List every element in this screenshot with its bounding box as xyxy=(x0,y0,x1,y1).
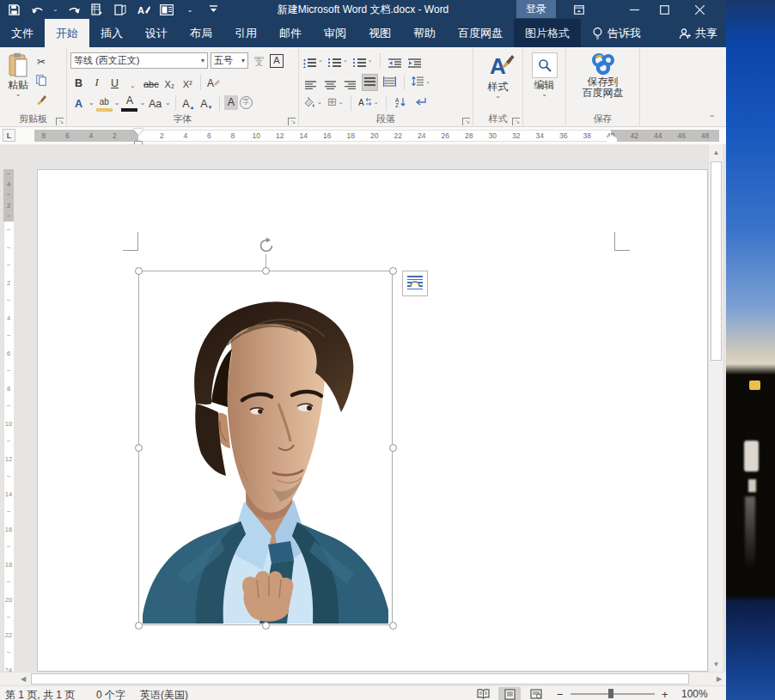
align-left-button[interactable] xyxy=(302,74,319,91)
tab-share[interactable]: 共享 xyxy=(668,19,729,47)
distribute-button[interactable] xyxy=(381,74,398,91)
undo-dropdown-icon[interactable]: ⌄ xyxy=(52,3,58,16)
tab-baidu-pan[interactable]: 百度网盘 xyxy=(447,19,514,47)
resize-handle-bottommid[interactable] xyxy=(262,622,270,630)
paste-button[interactable]: 粘贴 ⌄ xyxy=(3,51,33,107)
resize-handle-midright[interactable] xyxy=(389,444,397,452)
shading-bucket-button[interactable]: ⌄ xyxy=(302,94,323,112)
superscript-button[interactable]: X² xyxy=(180,74,196,91)
font-color-button[interactable]: A xyxy=(121,94,137,112)
redo-icon[interactable] xyxy=(66,3,82,16)
bullets-button[interactable]: ⌄ xyxy=(302,52,324,70)
character-border-button[interactable]: A xyxy=(270,54,284,68)
rotation-handle[interactable] xyxy=(258,237,275,254)
minimize-button[interactable] xyxy=(620,0,648,19)
multilevel-list-button[interactable]: ⌄ xyxy=(352,52,374,70)
save-icon[interactable] xyxy=(6,3,21,16)
styles-button[interactable]: A 样式 ⌄ xyxy=(477,51,519,100)
highlight-dropdown[interactable]: ⌄ xyxy=(114,100,120,106)
change-case-dropdown[interactable]: ⌄ xyxy=(165,100,171,106)
clipboard-dialog-launcher[interactable]: ↘ xyxy=(56,118,64,125)
underline-button[interactable]: U xyxy=(107,74,123,91)
read-mode-button[interactable] xyxy=(472,687,494,700)
borders-button[interactable]: ⊞⌄ xyxy=(326,94,345,112)
pinyin-guide-button[interactable]: wén 文 xyxy=(251,52,267,70)
scroll-right-icon[interactable]: ▶ xyxy=(713,673,725,685)
numbering-button[interactable]: ⌄ xyxy=(327,52,349,70)
page-tool-icon[interactable] xyxy=(113,3,128,16)
tab-view[interactable]: 视图 xyxy=(357,19,402,47)
sort-button[interactable]: AZ xyxy=(393,94,409,112)
save-to-baidu-button[interactable]: 保存到百度网盘 xyxy=(570,51,636,100)
line-spacing-button[interactable]: ⌄ xyxy=(411,74,431,91)
italic-button[interactable]: I xyxy=(88,74,105,91)
scroll-down-icon[interactable]: ▼ xyxy=(710,658,723,670)
resize-handle-bottomleft[interactable] xyxy=(135,622,143,630)
cut-icon[interactable]: ✂ xyxy=(33,53,50,70)
customize-qat-icon[interactable] xyxy=(205,3,221,16)
editing-button[interactable]: 编辑 ⌄ xyxy=(527,51,562,99)
vertical-scrollbar[interactable]: ▲ ▼ xyxy=(708,144,723,672)
underline-dropdown[interactable]: ⌄ xyxy=(125,74,141,91)
tab-references[interactable]: 引用 xyxy=(223,19,268,47)
shrink-font-button[interactable]: A▼ xyxy=(198,94,215,112)
highlight-button[interactable]: ab xyxy=(96,94,113,112)
strikethrough-button[interactable]: abc xyxy=(143,74,160,91)
tab-layout[interactable]: 布局 xyxy=(179,19,223,47)
font-name-combo[interactable]: 等线 (西文正文)▾ xyxy=(70,52,208,69)
tab-help[interactable]: 帮助 xyxy=(402,19,447,47)
layout-options-button[interactable] xyxy=(402,271,428,296)
font-dialog-launcher[interactable]: ↘ xyxy=(288,118,296,125)
zoom-percentage[interactable]: 100% xyxy=(681,688,708,700)
font-color-dropdown[interactable]: ⌄ xyxy=(139,100,145,106)
character-shading-button[interactable]: A xyxy=(224,95,238,110)
resize-handle-topleft[interactable] xyxy=(135,267,143,275)
change-case-button[interactable]: Aa xyxy=(147,94,163,112)
increase-indent-button[interactable] xyxy=(406,52,423,70)
format-painter-icon[interactable] xyxy=(33,91,50,107)
language-indicator[interactable]: 英语(美国) xyxy=(140,688,188,700)
horizontal-scroll-thumb[interactable] xyxy=(31,673,689,685)
align-center-button[interactable] xyxy=(322,74,339,91)
close-button[interactable] xyxy=(686,0,713,19)
undo-icon[interactable] xyxy=(29,3,45,16)
copy-icon[interactable] xyxy=(33,72,50,88)
tab-mailings[interactable]: 邮件 xyxy=(268,19,313,47)
tab-file[interactable]: 文件 xyxy=(0,19,45,47)
text-effects-button[interactable]: A xyxy=(70,94,87,112)
tab-review[interactable]: 审阅 xyxy=(313,19,357,47)
clear-formatting-button[interactable]: A xyxy=(205,74,222,91)
format-brush-icon[interactable]: A xyxy=(136,3,151,16)
justify-button[interactable] xyxy=(362,74,378,91)
decrease-indent-button[interactable] xyxy=(387,52,403,70)
asian-layout-button[interactable]: A⌄ xyxy=(357,94,380,112)
styles-dialog-launcher[interactable]: ↘ xyxy=(512,118,520,125)
ribbon-display-options-icon[interactable] xyxy=(565,0,593,19)
tab-design[interactable]: 设计 xyxy=(134,19,179,47)
qat-dropdown-icon[interactable]: ⌄ xyxy=(182,3,198,16)
tab-insert[interactable]: 插入 xyxy=(89,19,134,47)
resize-handle-topright[interactable] xyxy=(389,267,397,275)
scroll-left-icon[interactable]: ◀ xyxy=(17,673,29,685)
zoom-out-button[interactable]: − xyxy=(557,688,564,700)
text-effects-dropdown[interactable]: ⌄ xyxy=(88,100,95,106)
enclose-character-button[interactable]: 字 xyxy=(240,96,253,109)
resize-handle-midleft[interactable] xyxy=(135,444,143,452)
picture-layout-icon[interactable] xyxy=(159,3,174,16)
resize-handle-topmid[interactable] xyxy=(262,267,270,275)
table-tool-icon[interactable] xyxy=(89,3,105,16)
show-marks-button[interactable] xyxy=(412,94,429,112)
subscript-button[interactable]: X₂ xyxy=(162,74,178,91)
word-count[interactable]: 0 个字 xyxy=(96,688,125,700)
resize-handle-bottomright[interactable] xyxy=(389,622,397,630)
maximize-button[interactable] xyxy=(650,0,678,19)
font-size-combo[interactable]: 五号▾ xyxy=(211,52,248,69)
grow-font-button[interactable]: A▲ xyxy=(180,94,197,112)
tab-selector-button[interactable]: L xyxy=(3,129,15,142)
zoom-in-button[interactable]: + xyxy=(662,688,668,700)
collapse-ribbon-icon[interactable]: ⌃ xyxy=(709,113,716,123)
login-button[interactable]: 登录 xyxy=(516,0,556,18)
tab-picture-format[interactable]: 图片格式 xyxy=(514,19,581,47)
align-right-button[interactable] xyxy=(342,74,358,91)
web-layout-button[interactable] xyxy=(525,687,547,700)
